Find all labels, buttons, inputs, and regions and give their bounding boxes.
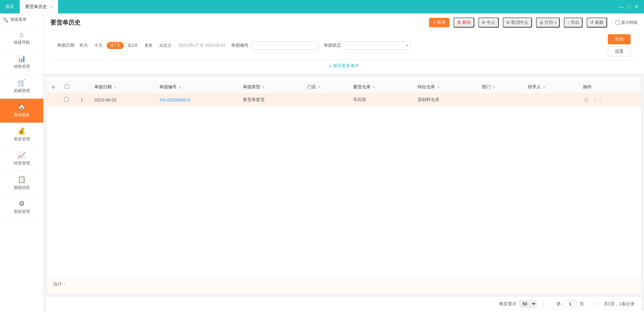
date-btn-1month[interactable]: 近1月 — [125, 42, 141, 49]
status-select[interactable] — [344, 41, 411, 50]
th-order-type: 单据类型 ⇅ — [239, 81, 303, 94]
page-title: 要货单历史 — [50, 18, 80, 27]
page-label: 第 — [556, 301, 561, 307]
order-no-input[interactable] — [251, 41, 318, 50]
date-btn-custom[interactable]: 自定义 — [157, 42, 174, 49]
row-req-warehouse-value: 车间库 — [353, 97, 366, 102]
settings-button[interactable]: 设置 — [608, 46, 631, 56]
print-button[interactable]: 🖨 打印 ▾ — [536, 17, 560, 28]
prev-page-btn[interactable]: ‹ — [548, 301, 554, 307]
footer-total-label: 合计： — [53, 281, 66, 287]
date-filter-group: 单据日期 昨天 今天 近7天 近1月 更多 自定义 2023-05-27 至 2… — [57, 42, 226, 49]
sidebar-item-sales-label: 销售管理 — [14, 64, 30, 70]
next-page-btn[interactable]: › — [587, 301, 592, 307]
finance-icon: 💰 — [17, 128, 26, 134]
content-area: 要货单历史 + 新增 🗑 删除 ⊘ 中止 ⊘ 取消中止 🖨 打印 ▾ ↑ 导出 … — [44, 13, 644, 311]
cancel-stop-button[interactable]: ⊘ 取消中止 — [503, 17, 532, 28]
date-btn-7days[interactable]: 近7天 — [107, 42, 124, 49]
expand-more-btn[interactable]: ∨ 展开更多条件 — [325, 61, 363, 70]
th-date: 单据日期 ⇅ — [90, 81, 155, 94]
last-page-btn[interactable]: » — [595, 301, 601, 307]
sidebar-item-sales[interactable]: 📊 销售管理 — [0, 50, 43, 75]
show-detail-checkbox[interactable]: 显示明细 — [615, 20, 637, 26]
row-store — [303, 94, 349, 106]
date-btn-yesterday[interactable]: 昨天 — [77, 42, 91, 49]
date-range-display: 2023-05-27 至 2023-06-02 — [178, 43, 225, 48]
per-page-select[interactable]: 50 10 20 100 — [519, 300, 537, 308]
sidebar-item-system[interactable]: ⚙ 系统管理 — [0, 195, 43, 220]
tab-home[interactable]: 首页 — [0, 0, 20, 13]
per-page-label: 每页显示 — [499, 301, 517, 307]
th-date-label: 单据日期 — [94, 84, 112, 89]
row-view-icon[interactable]: ⊡ — [583, 96, 590, 103]
select-all-checkbox[interactable] — [65, 84, 69, 89]
th-action-label: 操作 — [583, 84, 592, 89]
tab-order-history[interactable]: 要货单历史 × — [20, 0, 58, 13]
store-sort-icon[interactable]: ⇅ — [318, 85, 321, 89]
sidebar-search[interactable]: 🔍 搜索菜单 — [0, 13, 43, 26]
print-dropdown-icon[interactable]: ▾ — [555, 21, 556, 25]
sidebar-item-inventory[interactable]: 🏠 库存核算 — [0, 99, 43, 123]
new-button[interactable]: + 新增 — [429, 18, 449, 27]
purchase-icon: 🛒 — [17, 79, 26, 86]
th-setting[interactable]: ⚙ — [47, 81, 60, 94]
sales-icon: 📊 — [17, 55, 26, 62]
sidebar-item-shortcut-label: 快捷导航 — [14, 40, 30, 45]
th-order-type-label: 单据类型 — [243, 84, 260, 89]
th-store: 门店 ⇅ — [303, 81, 349, 94]
th-action: 操作 — [579, 81, 641, 94]
status-select-wrap — [344, 41, 411, 50]
total-info: 共1页，1条记录 — [604, 301, 635, 307]
table-row[interactable]: 1 2023-06-02 YH-20230602-0 要货单要货 — [47, 94, 641, 106]
row-order-type: 要货单要货 — [239, 94, 303, 106]
row-date: 2023-06-02 — [90, 94, 155, 106]
query-button[interactable]: 查询 — [608, 34, 631, 44]
th-handler-label: 经手人 — [528, 84, 541, 89]
maximize-icon[interactable]: □ — [628, 4, 631, 9]
export-button[interactable]: ↑ 导出 — [564, 17, 583, 28]
th-order-no: 单据编号 ⇅ — [155, 81, 239, 94]
row-more-icon[interactable]: ⋮⋮ — [592, 96, 604, 103]
show-detail-label: 显示明细 — [621, 20, 637, 26]
row-select-checkbox[interactable] — [64, 97, 68, 101]
top-bar: 首页 要货单历史 × — □ ✕ — [0, 0, 644, 13]
first-page-btn[interactable]: « — [539, 301, 546, 307]
order-type-sort-icon[interactable]: ⇅ — [262, 85, 265, 89]
dept-sort-icon[interactable]: ⇅ — [493, 85, 495, 89]
th-checkbox[interactable] — [60, 81, 73, 94]
show-detail-input[interactable] — [615, 20, 620, 25]
sidebar-item-shortcut[interactable]: ⌂ 快捷导航 — [0, 26, 43, 50]
tab-order-history-label: 要货单历史 — [25, 4, 47, 10]
tab-close-icon[interactable]: × — [50, 5, 52, 9]
row-checkbox[interactable] — [60, 94, 73, 106]
th-dept: 部门 ⇅ — [478, 81, 524, 94]
sidebar-item-finance[interactable]: 💰 资金管理 — [0, 123, 43, 147]
table-area: ⚙ 单据日期 ⇅ 单据编号 — [46, 77, 641, 294]
print-label: 🖨 打印 — [539, 19, 554, 26]
handler-sort-icon[interactable]: ⇅ — [543, 85, 546, 89]
date-btn-more[interactable]: 更多 — [142, 42, 155, 49]
table-scroll: ⚙ 单据日期 ⇅ 单据编号 — [47, 81, 641, 278]
refresh-button[interactable]: ↺ 刷新 — [587, 17, 607, 28]
home-icon: ⌂ — [19, 31, 23, 38]
date-btn-today[interactable]: 今天 — [92, 42, 105, 49]
sidebar-item-basic[interactable]: 📋 基础信息 — [0, 171, 43, 195]
req-warehouse-sort-icon[interactable]: ⇅ — [372, 85, 375, 89]
page-header: 要货单历史 + 新增 🗑 删除 ⊘ 中止 ⊘ 取消中止 🖨 打印 ▾ ↑ 导出 … — [44, 13, 644, 74]
sidebar-item-operations-label: 经营管理 — [14, 161, 30, 166]
stop-button[interactable]: ⊘ 中止 — [478, 17, 499, 28]
close-icon[interactable]: ✕ — [635, 4, 639, 9]
minimize-icon[interactable]: — — [619, 4, 624, 9]
expand-more-row: ∨ 展开更多条件 — [50, 60, 637, 74]
order-no-sort-icon[interactable]: ⇅ — [179, 85, 181, 89]
page-input[interactable] — [564, 300, 577, 307]
sidebar-item-operations[interactable]: 📈 经营管理 — [0, 147, 43, 171]
sidebar-item-purchase[interactable]: 🛒 采购管理 — [0, 75, 43, 99]
sidebar-search-label: 搜索菜单 — [10, 17, 26, 23]
pending-warehouse-sort-icon[interactable]: ⇅ — [437, 85, 440, 89]
row-setting — [47, 94, 60, 106]
date-sort-icon[interactable]: ⇅ — [114, 85, 116, 89]
page-title-row: 要货单历史 + 新增 🗑 删除 ⊘ 中止 ⊘ 取消中止 🖨 打印 ▾ ↑ 导出 … — [50, 17, 637, 28]
row-order-no-link[interactable]: YH-20230602-0 — [159, 97, 190, 102]
delete-button[interactable]: 🗑 删除 — [453, 17, 475, 28]
